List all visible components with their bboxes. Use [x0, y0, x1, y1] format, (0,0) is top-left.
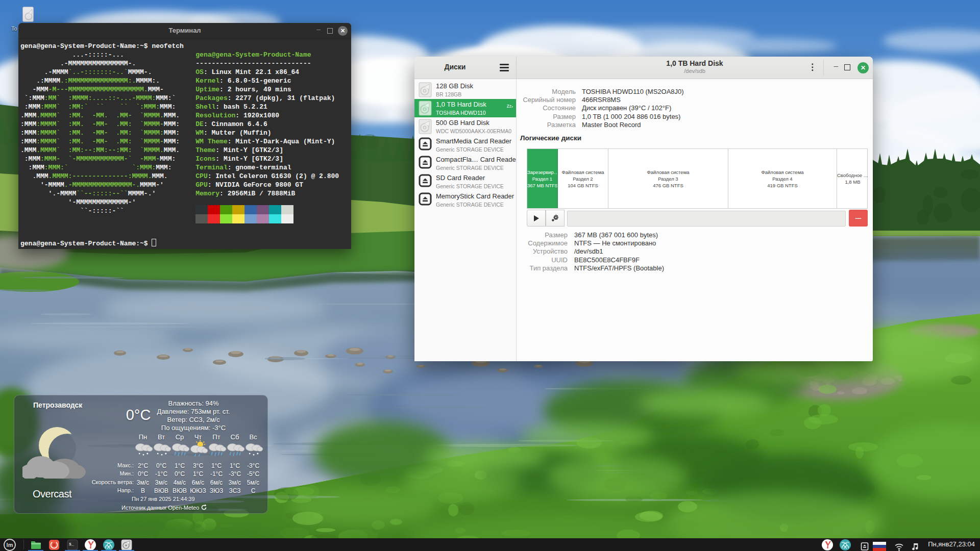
svg-text:lm: lm: [7, 542, 13, 548]
svg-text:$_: $_: [69, 542, 74, 546]
